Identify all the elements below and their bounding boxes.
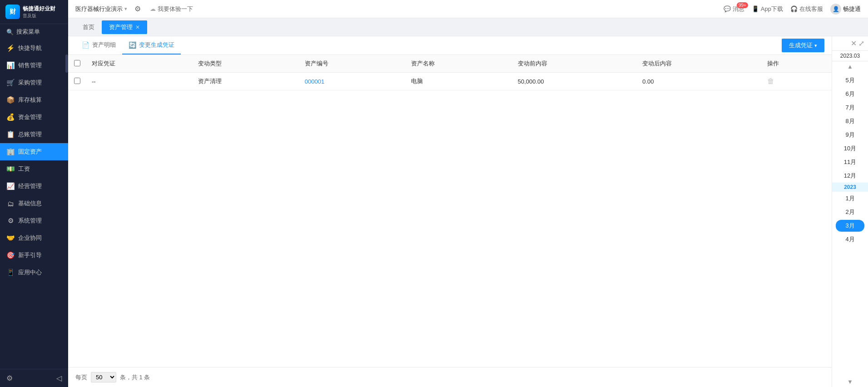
th-asset-no: 资产编号 — [299, 55, 406, 73]
date-7[interactable]: 7月 — [832, 101, 868, 114]
year-2023[interactable]: 2023 — [832, 183, 868, 192]
sidebar-item-payroll[interactable]: 💵 工资 — [0, 160, 68, 178]
sidebar-item-guide[interactable]: 🎯 新手引导 — [0, 247, 68, 264]
date-scroll-down[interactable]: ▼ — [832, 377, 868, 387]
sidebar-item-fixed-assets[interactable]: 🏢 固定资产 — [0, 143, 68, 160]
date-scroll-up[interactable]: ▲ — [832, 61, 868, 72]
business-label: 经营管理 — [18, 182, 42, 190]
sidebar-item-basic-info[interactable]: 🗂 基础信息 — [0, 195, 68, 212]
tab-change-voucher[interactable]: 🔄 变更生成凭证 — [122, 36, 181, 55]
app-download-icon: 📱 — [752, 5, 759, 12]
logo-icon: 财 — [5, 5, 20, 19]
tab-change-voucher-label: 变更生成凭证 — [139, 41, 174, 49]
date-8[interactable]: 8月 — [832, 114, 868, 128]
date-panel: ✕ ⤢ 2023.03 ▲ 5月 6月 7月 8月 9月 10月 11月 12月… — [832, 36, 868, 387]
basic-info-icon: 🗂 — [6, 200, 15, 208]
sidebar-item-purchase[interactable]: 🛒 采购管理 — [0, 74, 68, 91]
td-operation: 🗑 — [762, 73, 832, 90]
sidebar-item-inventory[interactable]: 📦 库存核算 — [0, 91, 68, 109]
sidebar-item-enterprise[interactable]: 🤝 企业协同 — [0, 229, 68, 247]
panel-expand-icon[interactable]: ⤢ — [858, 39, 864, 48]
messages-icon: 💬 — [724, 5, 731, 12]
inner-tabs-bar: 📄 资产明细 🔄 变更生成凭证 生成凭证 ▾ — [68, 36, 832, 55]
tab-close-icon[interactable]: ✕ — [135, 24, 140, 30]
collapse-icon[interactable]: ◁ — [56, 374, 62, 382]
business-icon: 📈 — [6, 182, 15, 190]
date-3-current[interactable]: 3月 — [836, 220, 864, 232]
sidebar: 财 畅捷通好业财 普及版 🔍 搜索菜单 ⚡ 快捷导航 📊 销售管理 🛒 采购管理… — [0, 0, 68, 387]
sidebar-item-quick-nav[interactable]: ⚡ 快捷导航 — [0, 40, 68, 57]
company-selector[interactable]: 医疗器械行业演示 ▾ — [75, 5, 127, 13]
panel-close-icon[interactable]: ✕ — [851, 39, 857, 48]
nav-tabs: 首页 资产管理 ✕ — [68, 18, 868, 36]
th-after-change: 变动后内容 — [637, 55, 762, 73]
date-1[interactable]: 1月 — [832, 192, 868, 205]
sidebar-item-sales[interactable]: 📊 销售管理 — [0, 57, 68, 74]
settings-bottom-icon[interactable]: ⚙ — [6, 374, 13, 382]
change-voucher-icon: 🔄 — [129, 41, 136, 49]
main-content: 医疗器械行业演示 ▾ ⚙ ☁ 我要体验一下 💬 消息 99+ 📱 App下载 🎧… — [68, 0, 868, 387]
date-11[interactable]: 11月 — [832, 155, 868, 169]
row-checkbox[interactable] — [74, 78, 80, 84]
inventory-icon: 📦 — [6, 96, 15, 104]
panel-header: ✕ ⤢ — [832, 36, 868, 51]
online-service-button[interactable]: 🎧 在线客服 — [790, 5, 823, 13]
topbar-settings-icon[interactable]: ⚙ — [134, 5, 141, 13]
date-6[interactable]: 6月 — [832, 87, 868, 101]
sidebar-item-funds[interactable]: 💰 资金管理 — [0, 109, 68, 126]
th-before-change: 变动前内容 — [512, 55, 637, 73]
trial-button[interactable]: ☁ 我要体验一下 — [150, 5, 193, 13]
topbar: 医疗器械行业演示 ▾ ⚙ ☁ 我要体验一下 💬 消息 99+ 📱 App下载 🎧… — [68, 0, 868, 18]
td-after-change: 0.00 — [637, 73, 762, 90]
sidebar-bottom: ⚙ ◁ — [0, 369, 68, 387]
search-menu[interactable]: 🔍 搜索菜单 — [0, 24, 68, 40]
tab-asset-management[interactable]: 资产管理 ✕ — [102, 20, 147, 34]
year-month-display: 2023.03 — [832, 51, 868, 61]
payroll-icon: 💵 — [6, 165, 15, 173]
system-label: 系统管理 — [18, 217, 42, 225]
tab-asset-label: 资产管理 — [109, 23, 133, 31]
td-voucher: -- — [86, 73, 193, 90]
sidebar-item-app-center[interactable]: 📱 应用中心 — [0, 264, 68, 281]
ledger-icon: 📋 — [6, 130, 15, 139]
sidebar-logo: 财 畅捷通好业财 普及版 — [0, 0, 68, 24]
sidebar-item-business[interactable]: 📈 经营管理 — [0, 178, 68, 195]
search-label: 搜索菜单 — [16, 28, 40, 36]
date-list: 5月 6月 7月 8月 9月 10月 11月 12月 2023 1月 2月 3月… — [832, 72, 868, 377]
messages-button[interactable]: 💬 消息 99+ — [724, 5, 744, 13]
service-label: 在线客服 — [799, 5, 823, 13]
date-10[interactable]: 10月 — [832, 142, 868, 155]
select-all-checkbox[interactable] — [74, 60, 80, 66]
sidebar-scrollbar — [65, 0, 68, 387]
sidebar-item-system[interactable]: ⚙ 系统管理 — [0, 212, 68, 229]
date-12[interactable]: 12月 — [832, 169, 868, 183]
fixed-assets-icon: 🏢 — [6, 148, 15, 156]
funds-icon: 💰 — [6, 113, 15, 121]
date-9[interactable]: 9月 — [832, 128, 868, 142]
app-download-label: App下载 — [761, 5, 783, 13]
user-label: 畅捷通 — [843, 5, 861, 13]
tab-asset-detail[interactable]: 📄 资产明细 — [75, 36, 122, 55]
content-main: 📄 资产明细 🔄 变更生成凭证 生成凭证 ▾ — [68, 36, 832, 387]
app-download-button[interactable]: 📱 App下载 — [752, 5, 783, 13]
date-2[interactable]: 2月 — [832, 205, 868, 219]
total-label: 条，共 1 条 — [120, 373, 150, 382]
date-4[interactable]: 4月 — [832, 233, 868, 246]
tab-home[interactable]: 首页 — [75, 20, 102, 34]
quick-nav-label: 快捷导航 — [18, 44, 42, 52]
asset-detail-icon: 📄 — [82, 41, 89, 49]
user-menu[interactable]: 👤 畅捷通 — [830, 4, 861, 15]
app-center-label: 应用中心 — [18, 268, 42, 277]
delete-icon[interactable]: 🗑 — [767, 77, 774, 85]
tab-home-label: 首页 — [83, 24, 94, 30]
sales-label: 销售管理 — [18, 61, 42, 69]
scrollbar-thumb[interactable] — [65, 55, 68, 73]
generate-voucher-button[interactable]: 生成凭证 ▾ — [782, 39, 824, 52]
logo-text-block: 畅捷通好业财 普及版 — [23, 5, 55, 19]
table-container: 对应凭证 变动类型 资产编号 资产名称 — [68, 55, 832, 367]
date-5[interactable]: 5月 — [832, 74, 868, 87]
sidebar-item-ledger[interactable]: 📋 总账管理 — [0, 126, 68, 143]
generate-btn-arrow-icon: ▾ — [814, 43, 817, 49]
per-page-select[interactable]: 10 20 50 100 — [91, 372, 116, 382]
th-operation: 操作 — [762, 55, 832, 73]
